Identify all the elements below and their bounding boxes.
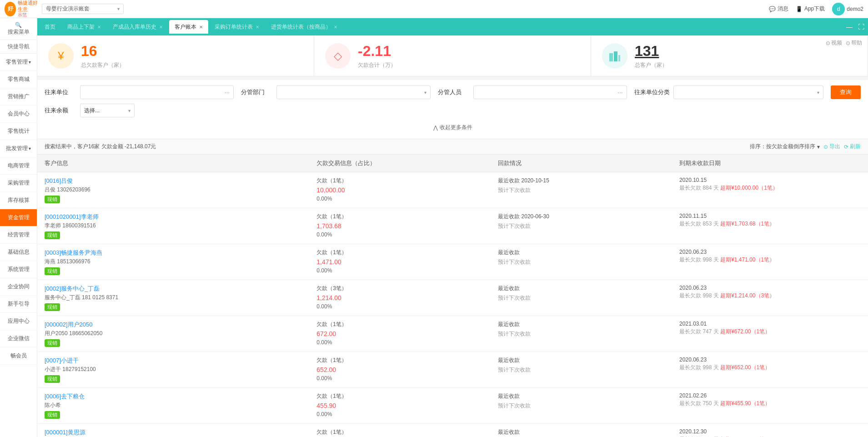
sidebar-item-wholesale-mgmt[interactable]: 批发管理 ▾ [0, 140, 37, 157]
search-button[interactable]: 查询 [831, 85, 861, 99]
top-header: 好 畅捷通好生意 示范 母婴行业演示账套 ▾ 💬 消息 📱 App下载 d de… [0, 0, 868, 18]
next-collection: 预计下次收款 [498, 222, 679, 230]
overdue-info: 最长欠款 853 天 超期¥1,703.68（1笔） [679, 220, 861, 228]
overdue-amount-link[interactable]: 超期¥455.90（1笔） [720, 400, 770, 407]
customer-name-link[interactable]: [0002]服务中心_丁磊 [45, 285, 100, 292]
col-debt-info: 欠款交易信息（占比） [316, 159, 498, 167]
export-button[interactable]: ⊙ 导出 [823, 143, 840, 151]
next-collection: 预计下次收款 [498, 258, 679, 266]
debt-info-cell: 欠款（1笔） 672.00 0.00% [316, 321, 498, 346]
customer-tag: 现销 [45, 375, 60, 383]
from-unit-label: 往来单位 [45, 88, 76, 96]
sidebar-item-retail-mgmt[interactable]: 零售管理 ▾ [0, 54, 37, 71]
overdue-amount-link[interactable]: 超期¥10,000.00（1笔） [720, 185, 778, 191]
unit-type-select[interactable]: ▾ [673, 85, 823, 99]
sidebar-item-retail-stats[interactable]: 零售统计 [0, 123, 37, 140]
refresh-button[interactable]: ⟳ 刷新 [844, 143, 861, 151]
sidebar-item-apps[interactable]: 应用中心 [0, 313, 37, 330]
debt-amount: 1,214.00 [316, 294, 498, 301]
debt-count: 欠款（3笔） [316, 285, 498, 292]
debt-percent: 0.00% [316, 267, 498, 274]
sidebar-item-system[interactable]: 系统管理 [0, 261, 37, 278]
customer-info-cell: [000001]黄思源 黄思源 13552700226 现销 [45, 428, 316, 437]
close-icon[interactable]: ✕ [97, 25, 101, 30]
app-download-button[interactable]: 📱 App下载 [796, 5, 825, 13]
due-date: 2020.06.23 [679, 249, 861, 255]
debt-total-label: 欠款合计（万） [358, 61, 396, 69]
sidebar-quick-nav[interactable]: 快捷导航 [0, 40, 37, 54]
debt-amount: 1,703.68 [316, 222, 498, 230]
customer-name-link[interactable]: [0006]去下粮仓 [45, 393, 85, 400]
stat-card-debt-customers: ¥ 16 总欠款客户（家） [37, 35, 314, 76]
debt-count: 欠款（1笔） [316, 177, 498, 185]
customer-info-cell: [0006]去下粮仓 陈小希 现销 [45, 392, 316, 419]
video-help-icon[interactable]: ⊙ 视频 [826, 39, 842, 47]
sidebar: 🔍 搜索菜单 快捷导航 零售管理 ▾ 零售商城 营销推广 会员中心 零售统计 批… [0, 18, 37, 437]
sidebar-item-finance[interactable]: 资金管理 [0, 209, 37, 226]
sidebar-item-retail-mall[interactable]: 零售商城 [0, 71, 37, 88]
tab-purchase-stats[interactable]: 采购订单统计表 ✕ [209, 20, 265, 34]
sidebar-item-operations[interactable]: 经营管理 [0, 226, 37, 244]
customer-name-link[interactable]: [0007]小进干 [45, 357, 79, 364]
customer-name-link[interactable]: [0003]畅捷服务尹海燕 [45, 249, 102, 256]
tab-fullscreen-icon[interactable]: ⛶ [856, 22, 866, 31]
total-customers-label: 总客户（家） [635, 61, 667, 69]
tab-customer-account[interactable]: 客户账本 ✕ [169, 20, 208, 34]
stat-info-debt-total: -2.11 欠款合计（万） [358, 43, 396, 69]
table-row: [0016]吕俊 吕俊 13026203696 现销 欠款（1笔） 10,000… [37, 172, 868, 208]
from-unit-input[interactable]: ··· [80, 85, 234, 99]
tab-minimize-icon[interactable]: — [844, 22, 854, 31]
debt-amount: 672.00 [316, 330, 498, 337]
company-selector[interactable]: 母婴行业演示账套 ▾ [42, 4, 124, 14]
close-icon[interactable]: ✕ [334, 25, 337, 30]
overdue-amount-link[interactable]: 超期¥672.00（1笔） [720, 328, 770, 335]
sidebar-item-inventory[interactable]: 库存核算 [0, 192, 37, 209]
customer-name-link[interactable]: [000001]黄思源 [45, 429, 85, 436]
sidebar-item-ecom[interactable]: 电商管理 [0, 157, 37, 175]
tab-home[interactable]: 首页 [39, 20, 61, 34]
tab-bar-right-actions: — ⛶ [844, 22, 866, 31]
tab-purchase-product-stats[interactable]: 进货单统计表（按商品） ✕ [266, 20, 343, 34]
customer-tag: 现销 [45, 267, 60, 275]
sidebar-item-wechat[interactable]: 企业微信 [0, 330, 37, 347]
tab-product-listing[interactable]: 商品上下架 ✕ [62, 20, 106, 34]
sort-select[interactable]: 排序：按欠款金额倒序排序 ▾ [750, 143, 820, 151]
balance-select[interactable]: 选择... ▾ [80, 104, 135, 117]
overdue-amount-link[interactable]: 超期¥1,214.00（3笔） [720, 292, 775, 299]
sidebar-item-basic-info[interactable]: 基础信息 [0, 244, 37, 261]
results-summary: 搜索结果中，客户16家 欠款金额 -21,148.07元 排序：按欠款金额倒序排… [37, 139, 868, 155]
close-icon[interactable]: ✕ [256, 25, 259, 30]
table-row: [0006]去下粮仓 陈小希 现销 欠款（1笔） 455.90 0.00% 最近… [37, 388, 868, 424]
sidebar-item-member[interactable]: 会员中心 [0, 105, 37, 123]
sidebar-item-marketing[interactable]: 营销推广 [0, 88, 37, 105]
close-icon[interactable]: ✕ [199, 25, 203, 30]
person-input[interactable]: ··· [473, 85, 627, 99]
sidebar-search[interactable]: 🔍 搜索菜单 [0, 18, 37, 40]
overdue-info: 最长欠款 998 天 超期¥1,471.00（1笔） [679, 256, 861, 264]
help-icon[interactable]: ⊙ 帮助 [846, 39, 862, 47]
collapse-button[interactable]: ⋀ 收起更多条件 [433, 124, 472, 131]
overdue-amount-link[interactable]: 超期¥1,703.68（1笔） [720, 221, 775, 227]
customer-name-link[interactable]: [0001020001]李老师 [45, 213, 99, 220]
chevron-down-icon-2: ▾ [29, 146, 31, 151]
collection-cell: 最近收款 预计下次收款 [498, 321, 679, 338]
tab-product-history[interactable]: 产成品入库单历史 ✕ [107, 20, 168, 34]
customer-name-link[interactable]: [000002]用户2050 [45, 321, 93, 328]
company-name: 母婴行业演示账套 [46, 5, 115, 13]
customer-name-link[interactable]: [0016]吕俊 [45, 177, 73, 184]
sidebar-item-guide[interactable]: 新手引导 [0, 296, 37, 313]
debt-info-cell: 欠款（1笔） 652.00 0.00% [316, 357, 498, 382]
debt-total-value: -2.11 [358, 43, 396, 60]
message-button[interactable]: 💬 消息 [769, 5, 788, 13]
overdue-amount-link[interactable]: 超期¥652.00（1笔） [720, 364, 770, 371]
due-date-cell: 2020.12.30 最长欠款 808 天 超期¥429.00（1笔） [679, 428, 861, 437]
sidebar-item-chang-member[interactable]: 畅会员 [0, 347, 37, 365]
filter-row-1: 往来单位 ··· 分管部门 ▾ 分管人员 [45, 85, 861, 99]
filter-balance: 往来余额 选择... ▾ [45, 104, 861, 117]
dept-select[interactable]: ▾ [276, 85, 430, 99]
overdue-amount-link[interactable]: 超期¥1,471.00（1笔） [720, 256, 775, 263]
user-menu[interactable]: d demo2 [832, 3, 863, 15]
close-icon[interactable]: ✕ [159, 25, 163, 30]
sidebar-item-enterprise[interactable]: 企业协同 [0, 278, 37, 296]
sidebar-item-purchase[interactable]: 采购管理 [0, 175, 37, 192]
